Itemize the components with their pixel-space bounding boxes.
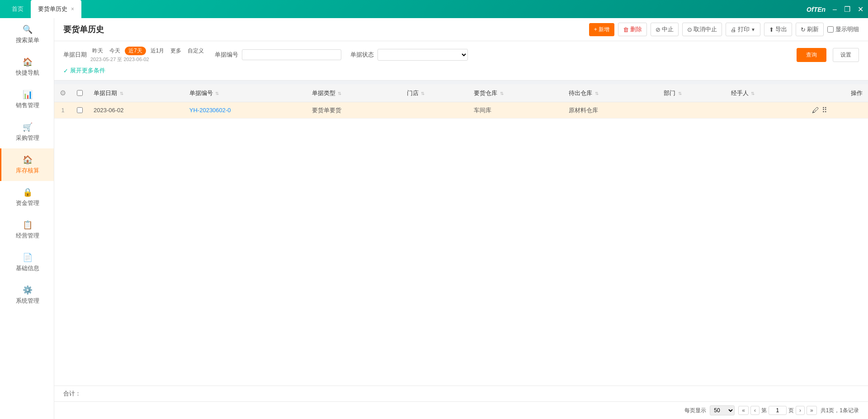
page-title: 要货单历史 bbox=[63, 24, 104, 35]
query-button[interactable]: 查询 bbox=[797, 48, 826, 62]
stop-button[interactable]: ⊘ 中止 bbox=[651, 23, 679, 36]
col-dept[interactable]: 部门 ⇅ bbox=[658, 84, 726, 102]
more-action-icon[interactable]: ⠿ bbox=[822, 106, 827, 114]
sidebar-item-inventory-label: 库存核算 bbox=[16, 167, 39, 175]
status-select[interactable] bbox=[377, 49, 468, 61]
cell-date: 2023-06-02 bbox=[88, 102, 184, 119]
col-req-warehouse[interactable]: 要货仓库 ⇅ bbox=[468, 84, 563, 102]
page-number-input[interactable] bbox=[769, 406, 787, 415]
next-page-btn[interactable]: › bbox=[796, 406, 805, 415]
finance-icon: 🔒 bbox=[23, 187, 33, 197]
cell-doc-no: YH-20230602-0 bbox=[184, 102, 307, 119]
col-store[interactable]: 门店 ⇅ bbox=[401, 84, 469, 102]
last-page-btn[interactable]: » bbox=[807, 406, 817, 415]
doc-no-link[interactable]: YH-20230602-0 bbox=[189, 107, 231, 114]
brand-label: OfTEn bbox=[807, 5, 826, 13]
shortcut-1month[interactable]: 近1月 bbox=[149, 47, 166, 55]
delete-icon: 🗑 bbox=[623, 26, 629, 33]
export-button[interactable]: ⬆ 导出 bbox=[764, 23, 792, 36]
page-size-label: 每页显示 bbox=[684, 407, 706, 414]
content-area: 要货单历史 + 新增 🗑 删除 ⊘ 中止 ⊙ 取消中止 🖨 打印 bbox=[54, 18, 868, 419]
export-icon: ⬆ bbox=[769, 26, 774, 33]
restore-btn[interactable]: ❐ bbox=[844, 5, 850, 14]
sidebar-item-system[interactable]: ⚙️ 系统管理 bbox=[0, 279, 54, 311]
tab-home[interactable]: 首页 bbox=[5, 0, 31, 18]
sort-date-icon: ⇅ bbox=[120, 91, 123, 96]
sort-docno-icon: ⇅ bbox=[215, 91, 219, 96]
sort-pending-wh-icon: ⇅ bbox=[595, 91, 599, 96]
status-label: 单据状态 bbox=[350, 51, 374, 59]
sidebar-item-search-menu[interactable]: 🔍 搜索菜单 bbox=[0, 18, 54, 51]
col-doc-type[interactable]: 单据类型 ⇅ bbox=[307, 84, 401, 102]
edit-action-icon[interactable]: 🖊 bbox=[812, 106, 819, 114]
sort-dept-icon: ⇅ bbox=[678, 91, 682, 96]
add-button[interactable]: + 新增 bbox=[589, 23, 614, 36]
page-size-select[interactable]: 10 20 50 100 bbox=[710, 405, 735, 415]
shortcut-7days[interactable]: 近7天 bbox=[125, 47, 146, 55]
select-all-checkbox[interactable] bbox=[77, 90, 83, 96]
table-header-row: ⚙ 单据日期 ⇅ 单据编号 ⇅ bbox=[54, 84, 868, 102]
close-tab-icon[interactable]: × bbox=[71, 6, 74, 12]
sidebar-item-purchase[interactable]: 🛒 采购管理 bbox=[0, 116, 54, 148]
tab-requisition-history[interactable]: 要货单历史 × bbox=[31, 0, 81, 18]
col-checkbox-all bbox=[71, 84, 88, 102]
refresh-button[interactable]: ↻ 刷新 bbox=[796, 23, 824, 36]
col-doc-no[interactable]: 单据编号 ⇅ bbox=[184, 84, 307, 102]
inventory-icon: 🏠 bbox=[23, 155, 33, 165]
sidebar-item-sales[interactable]: 📊 销售管理 bbox=[0, 83, 54, 116]
expand-more-btn[interactable]: ✓ 展开更多条件 bbox=[63, 67, 859, 75]
system-icon: ⚙️ bbox=[23, 285, 33, 295]
sidebar-item-purchase-label: 采购管理 bbox=[16, 134, 39, 142]
quick-nav-icon: 🏠 bbox=[23, 57, 33, 67]
cancel-stop-button[interactable]: ⊙ 取消中止 bbox=[682, 23, 722, 36]
refresh-icon: ↻ bbox=[801, 26, 806, 33]
display-detail-checkbox[interactable] bbox=[827, 26, 834, 33]
toolbar: + 新增 🗑 删除 ⊘ 中止 ⊙ 取消中止 🖨 打印 ▼ bbox=[589, 23, 859, 36]
settings-button[interactable]: 设置 bbox=[833, 48, 859, 62]
pagination-controls: « ‹ 第 页 › » bbox=[738, 406, 816, 415]
col-date[interactable]: 单据日期 ⇅ bbox=[88, 84, 184, 102]
sidebar-item-quick-nav[interactable]: 🏠 快捷导航 bbox=[0, 51, 54, 83]
shortcut-yesterday[interactable]: 昨天 bbox=[90, 47, 105, 55]
cell-handler bbox=[726, 102, 807, 119]
print-button[interactable]: 🖨 打印 ▼ bbox=[726, 23, 760, 36]
filter-row: 单据日期 昨天 今天 近7天 近1月 更多 自定义 2023-05-27 至 2… bbox=[63, 47, 859, 63]
sidebar-item-system-label: 系统管理 bbox=[16, 297, 39, 305]
shortcut-more[interactable]: 更多 bbox=[169, 47, 183, 55]
sidebar-item-inventory[interactable]: 🏠 库存核算 bbox=[0, 148, 54, 181]
sidebar-item-basic-info[interactable]: 📄 基础信息 bbox=[0, 246, 54, 279]
total-info: 共1页，1条记录 bbox=[821, 407, 859, 414]
sort-store-icon: ⇅ bbox=[421, 91, 425, 96]
purchase-icon: 🛒 bbox=[23, 122, 33, 132]
sidebar-item-quick-nav-label: 快捷导航 bbox=[16, 69, 39, 77]
status-filter: 单据状态 bbox=[350, 49, 468, 61]
sidebar-item-finance-label: 资金管理 bbox=[16, 199, 39, 207]
print-dropdown-icon: ▼ bbox=[751, 27, 755, 32]
sidebar-item-operations[interactable]: 📋 经营管理 bbox=[0, 214, 54, 246]
search-menu-icon: 🔍 bbox=[23, 24, 33, 34]
column-settings-icon[interactable]: ⚙ bbox=[60, 89, 66, 97]
footer-bar: 合计： bbox=[54, 386, 868, 401]
display-detail-toggle[interactable]: 显示明细 bbox=[827, 25, 859, 33]
shortcut-custom[interactable]: 自定义 bbox=[186, 47, 206, 55]
cell-actions: 🖊 ⠿ bbox=[807, 102, 868, 119]
sidebar-item-sales-label: 销售管理 bbox=[16, 101, 39, 110]
doc-no-input[interactable] bbox=[242, 49, 341, 60]
cell-pending-warehouse: 原材料仓库 bbox=[563, 102, 658, 119]
sidebar-item-operations-label: 经营管理 bbox=[16, 232, 39, 240]
cell-dept bbox=[658, 102, 726, 119]
close-btn[interactable]: ✕ bbox=[858, 5, 863, 14]
filter-buttons: 查询 设置 bbox=[797, 48, 859, 62]
col-pending-warehouse[interactable]: 待出仓库 ⇅ bbox=[563, 84, 658, 102]
shortcut-today[interactable]: 今天 bbox=[108, 47, 122, 55]
sales-icon: 📊 bbox=[23, 90, 33, 100]
delete-button[interactable]: 🗑 删除 bbox=[618, 23, 647, 36]
stop-icon: ⊘ bbox=[656, 26, 660, 33]
col-actions: 操作 bbox=[807, 84, 868, 102]
prev-page-btn[interactable]: ‹ bbox=[750, 406, 760, 415]
col-handler[interactable]: 经手人 ⇅ bbox=[726, 84, 807, 102]
first-page-btn[interactable]: « bbox=[738, 406, 749, 415]
sidebar-item-finance[interactable]: 🔒 资金管理 bbox=[0, 181, 54, 214]
row-checkbox[interactable] bbox=[77, 107, 83, 113]
minimize-btn[interactable]: – bbox=[833, 5, 837, 13]
